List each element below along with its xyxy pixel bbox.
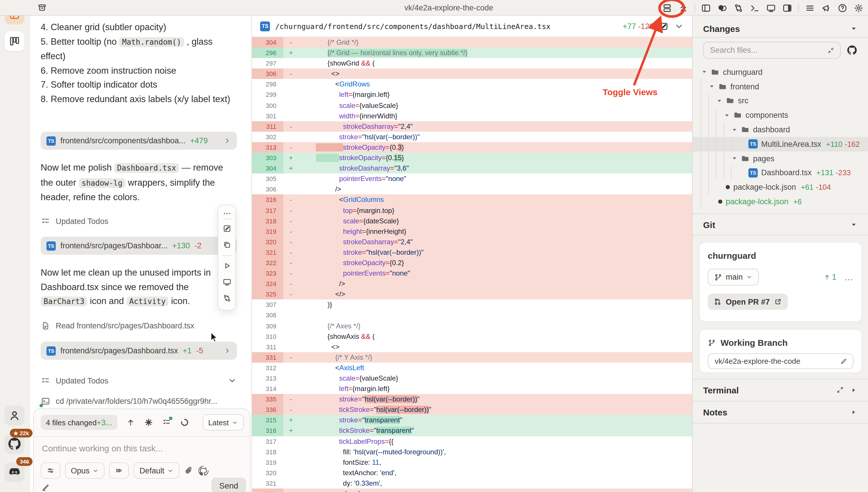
chevron-down-icon: [746, 274, 753, 280]
pen-icon[interactable]: [41, 482, 50, 491]
external-link-icon: [774, 298, 782, 306]
line-number: 316: [252, 425, 283, 436]
caret-down-icon[interactable]: [701, 69, 708, 76]
collapse-panels-icon[interactable]: [678, 3, 688, 13]
chat-bubble-icon[interactable]: [717, 3, 727, 13]
diff-sign: +: [283, 415, 299, 425]
git-compare-icon[interactable]: [222, 294, 231, 303]
file-search[interactable]: [703, 42, 841, 58]
list-item: 4. Cleaner grid (subtler opacity): [41, 20, 237, 34]
github-outline-icon[interactable]: [198, 466, 208, 475]
monitor-icon[interactable]: [766, 3, 776, 13]
git-compare-icon[interactable]: [733, 3, 744, 13]
rail-button-discord-icon[interactable]: 346: [5, 462, 24, 482]
toolbar-divider: [798, 3, 799, 12]
todos-icon[interactable]: [162, 418, 171, 427]
terminal-section-header[interactable]: Terminal: [693, 381, 868, 399]
arrow-up-icon[interactable]: [126, 418, 135, 427]
working-branch-field[interactable]: [708, 353, 853, 369]
panel-right-icon[interactable]: [782, 3, 793, 13]
agent-action-row[interactable]: Updated Todos: [41, 215, 237, 227]
spark-icon[interactable]: [144, 418, 153, 427]
menu-icon[interactable]: [805, 3, 815, 13]
paperclip-icon[interactable]: [184, 466, 194, 475]
play-icon[interactable]: [222, 261, 231, 270]
notes-section-header[interactable]: Notes: [693, 403, 868, 421]
git-section-header[interactable]: Git: [693, 216, 868, 233]
expand-icon[interactable]: [836, 386, 844, 394]
agent-action-row[interactable]: cd /private/var/folders/10/h7w0q46556ggr…: [41, 395, 237, 407]
caret-down-icon[interactable]: [708, 83, 715, 90]
message-input[interactable]: [41, 443, 238, 454]
tree-item-pages[interactable]: pages: [693, 151, 868, 166]
diff-code[interactable]: 304 - {/* Grid */} 296 + {/* Grid — hori…: [252, 37, 692, 492]
menu-divider: [222, 255, 232, 256]
chevron-down-icon[interactable]: [228, 376, 237, 385]
tree-item-frontend[interactable]: frontend: [693, 79, 868, 94]
working-branch-input[interactable]: [713, 356, 840, 366]
archive-icon[interactable]: [37, 3, 47, 13]
file-change-chip[interactable]: TS frontend/src/pages/Dashboar...+130-2: [41, 237, 237, 255]
agent-action-row[interactable]: Read frontend/src/pages/Dashboard.tsx: [41, 320, 237, 331]
chevron-down-icon[interactable]: [674, 21, 684, 31]
settings-icon[interactable]: [853, 3, 864, 13]
caret-right-icon: [850, 408, 858, 416]
tree-item-MultiLineArea.tsx[interactable]: TSMultiLineArea.tsx+110-162: [693, 137, 868, 151]
changes-section-header[interactable]: Changes: [693, 20, 868, 36]
files-changed-chip[interactable]: 4 files changed +3...: [41, 415, 117, 430]
terminal-icon[interactable]: [750, 3, 760, 13]
model-dropdown[interactable]: Opus: [65, 462, 105, 479]
options-button[interactable]: [41, 462, 61, 479]
pencil-icon[interactable]: [840, 357, 848, 365]
title-bar: vk/4e2a-explore-the-code: [0, 0, 868, 16]
collapse-tree-icon[interactable]: [827, 46, 835, 54]
line-number: 342: [252, 489, 283, 492]
caret-down-icon[interactable]: [716, 97, 723, 104]
diff-sign: [283, 58, 299, 69]
tree-item-src[interactable]: src: [693, 94, 868, 108]
rail-button-kanban-icon[interactable]: [5, 31, 24, 51]
fast-forward-button[interactable]: [110, 462, 129, 479]
file-change-chip[interactable]: TS frontend/src/pages/Dashboard.tsx+1-5: [41, 342, 237, 360]
rail-button-github-icon[interactable]: ★ 22k: [5, 434, 24, 454]
diff-sign: [283, 468, 299, 478]
diff-line: 318 - scale={dateScale}: [252, 216, 692, 226]
window-title: vk/4e2a-explore-the-code: [404, 3, 493, 12]
more-horizontal-icon[interactable]: [222, 209, 231, 218]
megaphone-icon[interactable]: [821, 3, 831, 13]
agent-action-row[interactable]: Updated Todos: [41, 375, 237, 387]
diff-sign: [283, 457, 299, 468]
list-item: 7. Softer tooltip indicator dots: [41, 78, 237, 92]
tree-item-churnguard[interactable]: churnguard: [693, 65, 868, 79]
tree-item-dashboard[interactable]: dashboard: [693, 122, 868, 137]
tree-item-package-lock.json[interactable]: package-lock.json+6: [693, 194, 868, 209]
monitor-icon[interactable]: [222, 277, 231, 287]
search-input[interactable]: [709, 45, 814, 55]
copy-icon[interactable]: [222, 240, 231, 249]
toggle-views-icon[interactable]: [662, 3, 672, 13]
help-icon[interactable]: [837, 3, 848, 13]
github-icon[interactable]: [847, 45, 857, 55]
tree-item-components[interactable]: components: [693, 108, 868, 123]
rail-button-person-icon[interactable]: [5, 405, 24, 425]
caret-down-icon[interactable]: [731, 155, 738, 162]
file-change-chip[interactable]: TS frontend/src/components/dashboa...+47…: [41, 132, 237, 150]
send-button[interactable]: Send: [211, 477, 246, 492]
latest-dropdown[interactable]: Latest: [202, 414, 244, 430]
caret-down-icon[interactable]: [731, 126, 738, 133]
diff-sign: [283, 110, 299, 121]
tree-item-Dashboard.tsx[interactable]: TSDashboard.tsx+131-233: [693, 166, 868, 180]
rail-badge: 346: [16, 457, 32, 466]
diff-line: 342 - dx: -4,: [252, 489, 692, 492]
panel-left-icon[interactable]: [701, 3, 711, 13]
mode-dropdown[interactable]: Default: [134, 462, 180, 479]
branch-dropdown[interactable]: main: [708, 269, 759, 286]
edit-diff-icon[interactable]: [222, 224, 231, 233]
edit-diff-icon[interactable]: [659, 21, 669, 31]
caret-down-icon[interactable]: [723, 112, 730, 119]
diff-file-header[interactable]: TS /churnguard/frontend/src/components/d…: [252, 16, 692, 37]
git-more-button[interactable]: ...: [844, 272, 853, 282]
open-pr-button[interactable]: Open PR #7: [708, 294, 788, 310]
chevron-down-icon: [93, 467, 99, 474]
tree-item-package-lock.json[interactable]: package-lock.json+61-104: [693, 180, 868, 195]
